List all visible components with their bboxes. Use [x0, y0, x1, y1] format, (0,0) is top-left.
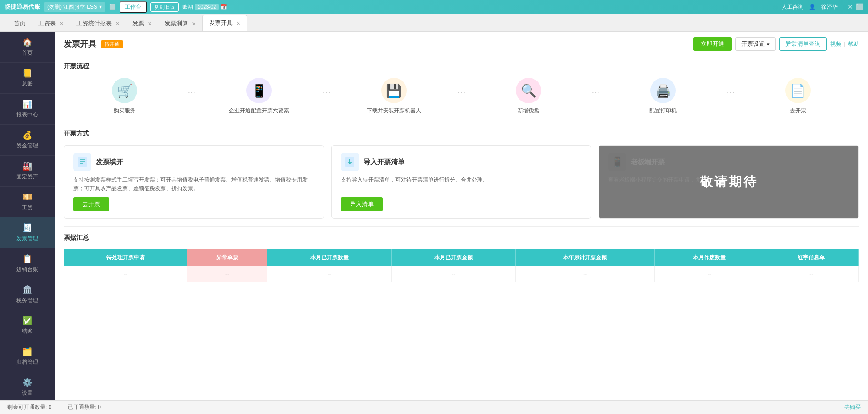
cell-0: --: [64, 266, 187, 282]
flow-step-0-icon: 🛒: [112, 78, 137, 103]
sidebar-item-reports[interactable]: 📊 报表中心: [0, 94, 55, 125]
page-title-bar: 发票开具 待开通 立即开通 开票设置 ▾ 异常清单查询 视频 | 帮助: [55, 32, 868, 55]
user-name[interactable]: 徐泽华: [821, 3, 838, 11]
flow-step-4-icon: 🖨️: [650, 78, 676, 103]
flow-step-4: 🖨️ 配置打印机: [602, 78, 724, 115]
switch-version-button[interactable]: 切到旧版: [150, 2, 179, 12]
sidebar-item-settle[interactable]: ✅ 结账: [0, 310, 55, 341]
sidebar-item-purchase-sales-label: 进销台账: [16, 266, 38, 273]
chevron-down-icon: ▾: [99, 4, 102, 10]
page-title-right: 立即开通 开票设置 ▾ 异常清单查询 视频 | 帮助: [693, 37, 859, 51]
summary-section: 票据汇总 待处理开票申请 异常单票 本月已开票数量 本月已开票金额 本年累计开票…: [55, 227, 868, 289]
method-card-1: 导入开票清单 支持导入待开票清单，可对待开票清单进行拆分、合并处理。 导入清单: [331, 145, 592, 219]
tab-invoice-calc-label: 发票测算: [165, 20, 188, 28]
flow-step-5-label: 去开票: [790, 107, 806, 115]
page-help: 视频 | 帮助: [830, 40, 859, 48]
sidebar-item-settings-label: 设置: [22, 389, 33, 397]
sidebar-item-payroll-label: 工资: [22, 204, 33, 212]
home-icon: 🏠: [22, 37, 32, 47]
summary-table-header-row: 待处理开票申请 异常单票 本月已开票数量 本月已开票金额 本年累计开票金额 本月…: [64, 249, 859, 266]
tax-icon: 🏛️: [22, 285, 32, 295]
maximize-icon[interactable]: ⬜: [856, 3, 863, 10]
method-card-1-header: 导入开票清单: [341, 153, 582, 171]
tab-invoice-close[interactable]: ✕: [148, 21, 152, 27]
sidebar-item-settings[interactable]: ⚙️ 设置: [0, 372, 55, 400]
coming-soon-overlay: 敬请期待: [599, 146, 858, 218]
sidebar-item-home-label: 首页: [22, 49, 33, 57]
method-card-0-btn[interactable]: 去开票: [73, 197, 109, 211]
flow-step-5-icon: 📄: [785, 78, 811, 103]
flow-arrow-3: ⋯: [589, 86, 602, 97]
tab-invoice-issue[interactable]: 发票开具 ✕: [202, 15, 247, 31]
sidebar-item-purchase-sales[interactable]: 📋 进销台账: [0, 248, 55, 279]
flow-step-1-label: 企业开通配置开票六要素: [229, 107, 289, 115]
sidebar-item-home[interactable]: 🏠 首页: [0, 32, 55, 63]
help-views[interactable]: 视频: [830, 40, 841, 48]
close-icon[interactable]: ✕: [848, 3, 853, 10]
sidebar-item-payroll[interactable]: 💴 工资: [0, 187, 55, 217]
flow-step-2: 💾 下载并安装开票机器人: [333, 78, 455, 115]
sidebar-item-funds[interactable]: 💰 资金管理: [0, 125, 55, 156]
period-selector[interactable]: 账期 2023-02 📅: [182, 3, 227, 11]
company-name: (勿删) 江西服室-LSS: [47, 3, 97, 11]
cell-3: --: [391, 266, 515, 282]
tab-invoice[interactable]: 发票 ✕: [126, 16, 158, 31]
open-settings-button[interactable]: 开票设置 ▾: [735, 37, 776, 51]
remaining-label: 剩余可开通数量: 0: [7, 404, 51, 410]
flow-arrow-2: ⋯: [455, 86, 468, 97]
app-logo: 畅捷通易代账: [5, 3, 40, 11]
flow-step-4-label: 配置打印机: [649, 107, 677, 115]
tab-invoice-calc[interactable]: 发票测算 ✕: [158, 16, 202, 31]
tab-invoice-issue-close[interactable]: ✕: [236, 20, 240, 26]
sidebar-item-invoice-label: 发票管理: [16, 235, 38, 242]
tab-payroll-close[interactable]: ✕: [60, 21, 64, 27]
user-service[interactable]: 人工咨询: [782, 3, 803, 11]
bottom-bar: 剩余可开通数量: 0 已开通数量: 0 去购买: [0, 400, 868, 414]
flow-step-2-icon: 💾: [381, 78, 407, 103]
company-selector[interactable]: (勿删) 江西服室-LSS ▾: [44, 2, 105, 12]
col-header-2: 本月已开票数量: [267, 249, 391, 266]
page-title: 发票开具: [64, 39, 96, 50]
coming-soon-text: 敬请期待: [700, 173, 758, 191]
method-card-1-btn[interactable]: 导入清单: [341, 197, 383, 211]
page-title-left: 发票开具 待开通: [64, 39, 123, 50]
method-card-1-title: 导入开票清单: [364, 158, 404, 167]
tab-invoice-calc-close[interactable]: ✕: [192, 21, 196, 27]
cell-6: --: [764, 266, 858, 282]
sidebar-item-invoice[interactable]: 🧾 发票管理: [0, 217, 55, 248]
summary-table-row: -- -- -- -- -- -- --: [64, 266, 859, 282]
sidebar-item-assets-label: 固定资产: [16, 173, 38, 181]
flow-arrow-0: ⋯: [185, 86, 198, 97]
col-header-5: 本月作废数量: [654, 249, 764, 266]
opened-label: 已开通数量: 0: [68, 404, 101, 410]
settings-icon: ⚙️: [22, 378, 32, 388]
method-card-1-desc: 支持导入待开票清单，可对待开票清单进行拆分、合并处理。: [341, 176, 582, 184]
open-now-button[interactable]: 立即开通: [693, 37, 732, 51]
sidebar-item-tax[interactable]: 🏛️ 税务管理: [0, 279, 55, 310]
buy-link[interactable]: 去购买: [844, 404, 861, 411]
flow-arrow-4: ⋯: [724, 86, 737, 97]
settle-icon: ✅: [22, 316, 32, 326]
tab-payroll[interactable]: 工资表 ✕: [32, 16, 70, 31]
sidebar-item-archive[interactable]: 🗂️ 归档管理: [0, 341, 55, 372]
help-label[interactable]: 帮助: [848, 40, 859, 48]
sidebar: 🏠 首页 📒 总账 📊 报表中心 💰 资金管理 🏭 固定资产 💴 工资 🧾 发票…: [0, 32, 55, 400]
status-badge: 待开通: [101, 40, 123, 48]
col-header-3: 本月已开票金额: [391, 249, 515, 266]
top-bar-left: 畅捷通易代账 (勿删) 江西服室-LSS ▾ ⬜ 工作台 切到旧版 账期 202…: [5, 1, 227, 13]
method-card-2: 📱 老板端开票 查看老板端小程序提交的开票申请，并作出相应处理意见 敬请期待: [599, 145, 859, 219]
invoice-icon: 🧾: [22, 223, 32, 233]
method-card-0: 发票填开 支持按照发票样式手工填写开发票；可开具增值税电子普通发票、增值税普通发…: [64, 145, 324, 219]
anomaly-query-button[interactable]: 异常清单查询: [779, 37, 827, 51]
sidebar-item-ledger[interactable]: 📒 总账: [0, 63, 55, 94]
tab-home[interactable]: 首页: [7, 16, 32, 31]
tab-payroll-report-label: 工资统计报表: [76, 20, 112, 28]
sidebar-item-assets[interactable]: 🏭 固定资产: [0, 156, 55, 187]
workspace-button[interactable]: 工作台: [120, 1, 147, 13]
content-area: 发票开具 待开通 立即开通 开票设置 ▾ 异常清单查询 视频 | 帮助 开票流程: [55, 32, 868, 400]
main-layout: 🏠 首页 📒 总账 📊 报表中心 💰 资金管理 🏭 固定资产 💴 工资 🧾 发票…: [0, 32, 868, 400]
tab-payroll-report[interactable]: 工资统计报表 ✕: [70, 16, 126, 31]
top-bar-right: 人工咨询 👤 徐泽华 ✕ ⬜: [782, 3, 863, 11]
tab-payroll-report-close[interactable]: ✕: [115, 21, 120, 27]
method-cards: 发票填开 支持按照发票样式手工填写开发票；可开具增值税电子普通发票、增值税普通发…: [64, 145, 859, 219]
